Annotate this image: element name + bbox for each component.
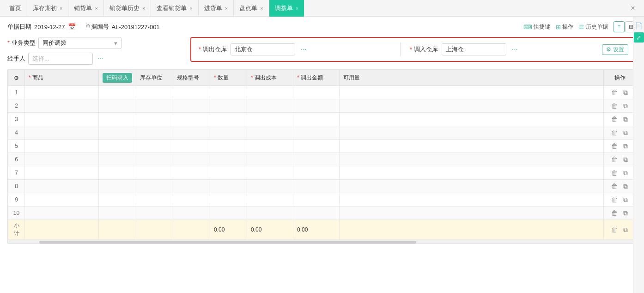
tab-home[interactable]: 首页 (4, 0, 27, 17)
amount-cell[interactable] (293, 193, 340, 207)
cost-cell[interactable] (247, 113, 293, 126)
cost-cell[interactable] (247, 180, 293, 193)
cost-cell[interactable] (247, 140, 293, 153)
qty-cell[interactable] (210, 86, 247, 99)
spec-cell (173, 140, 210, 153)
qty-cell[interactable] (210, 193, 247, 207)
tab-inventory-check-close[interactable]: × (260, 6, 263, 11)
tab-purchase-order[interactable]: 进货单 × (199, 0, 234, 17)
shortcut-link[interactable]: ⌨ 快捷键 (523, 23, 550, 31)
copy-icon[interactable]: ⧉ (621, 168, 630, 177)
operation-link[interactable]: ⊞ 操作 (556, 23, 573, 31)
amount-cell[interactable] (293, 126, 340, 140)
delete-icon[interactable]: 🗑 (610, 101, 619, 110)
tab-inventory-init-close[interactable]: × (60, 6, 62, 11)
in-warehouse-input[interactable]: 上海仓 (442, 43, 506, 55)
product-cell[interactable] (25, 99, 99, 113)
delete-icon[interactable]: 🗑 (610, 195, 619, 204)
handler-input[interactable]: 选择... (28, 53, 93, 65)
tab-view-sales[interactable]: 查看销货单 × (151, 0, 198, 17)
business-type-select[interactable]: 同价调拨 ▾ (38, 37, 122, 49)
amount-cell[interactable] (293, 140, 340, 153)
cost-cell[interactable] (247, 126, 293, 140)
qty-cell[interactable] (210, 99, 247, 113)
scan-button[interactable]: 扫码录入 (103, 73, 132, 83)
cost-cell[interactable] (247, 86, 293, 99)
delete-icon[interactable]: 🗑 (610, 182, 619, 191)
delete-icon[interactable]: 🗑 (610, 128, 619, 137)
copy-icon[interactable]: ⧉ (621, 88, 630, 97)
cost-cell[interactable] (247, 207, 293, 220)
tab-sales-history[interactable]: 销货单历史 × (104, 0, 151, 17)
tab-inventory-init[interactable]: 库存期初 × (27, 0, 68, 17)
product-cell[interactable] (25, 166, 99, 180)
doc-date-value[interactable]: 2019-12-27 (34, 24, 65, 31)
cost-cell[interactable] (247, 193, 293, 207)
product-cell[interactable] (25, 207, 99, 220)
qty-cell[interactable] (210, 140, 247, 153)
delete-icon[interactable]: 🗑 (610, 225, 619, 234)
amount-cell[interactable] (293, 113, 340, 126)
copy-icon[interactable]: ⧉ (621, 208, 630, 218)
scrollbar-thumb[interactable] (39, 241, 416, 244)
horizontal-scrollbar[interactable] (8, 240, 636, 244)
qty-cell[interactable] (210, 180, 247, 193)
qty-cell[interactable] (210, 153, 247, 166)
sidebar-doc-icon[interactable]: 📄 (634, 20, 644, 31)
delete-icon[interactable]: 🗑 (610, 88, 619, 97)
qty-cell[interactable] (210, 113, 247, 126)
setting-button[interactable]: ⚙ 设置 (602, 44, 628, 55)
delete-icon[interactable]: 🗑 (610, 155, 619, 164)
qty-cell[interactable] (210, 207, 247, 220)
tab-view-sales-close[interactable]: × (189, 6, 192, 11)
delete-icon[interactable]: 🗑 (610, 168, 619, 177)
in-warehouse-more-icon[interactable]: ··· (512, 45, 518, 54)
tab-sales-order-close[interactable]: × (95, 6, 97, 11)
product-cell[interactable] (25, 153, 99, 166)
cost-cell[interactable] (247, 153, 293, 166)
qty-cell[interactable] (210, 126, 247, 140)
product-cell[interactable] (25, 113, 99, 126)
product-cell[interactable] (25, 193, 99, 207)
tab-sales-history-close[interactable]: × (142, 6, 145, 11)
product-cell[interactable] (25, 86, 99, 99)
calendar-icon[interactable]: 📅 (68, 23, 76, 31)
tab-inventory-check[interactable]: 盘点单 × (234, 0, 269, 17)
amount-cell[interactable] (293, 86, 340, 99)
out-warehouse-more-icon[interactable]: ··· (301, 45, 307, 54)
copy-icon[interactable]: ⧉ (621, 225, 630, 234)
tab-purchase-order-close[interactable]: × (225, 6, 228, 11)
delete-icon[interactable]: 🗑 (610, 115, 619, 124)
amount-cell[interactable] (293, 99, 340, 113)
product-cell[interactable] (25, 180, 99, 193)
tab-transfer-order-close[interactable]: × (296, 6, 298, 11)
out-warehouse-input[interactable]: 北京仓 (231, 43, 295, 55)
copy-icon[interactable]: ⧉ (621, 115, 630, 124)
qty-cell[interactable] (210, 166, 247, 180)
copy-icon[interactable]: ⧉ (621, 155, 630, 164)
copy-icon[interactable]: ⧉ (621, 101, 630, 110)
amount-cell[interactable] (293, 180, 340, 193)
copy-icon[interactable]: ⧉ (621, 182, 630, 191)
tab-sales-order[interactable]: 销货单 × (68, 0, 103, 17)
window-close-button[interactable]: × (626, 1, 640, 16)
copy-icon[interactable]: ⧉ (621, 141, 630, 151)
product-cell[interactable] (25, 220, 99, 240)
product-cell[interactable] (25, 126, 99, 140)
handler-more-icon[interactable]: ··· (97, 55, 103, 63)
cost-cell[interactable] (247, 99, 293, 113)
gear-icon-header[interactable]: ⚙ (14, 75, 19, 81)
copy-icon[interactable]: ⧉ (621, 128, 630, 137)
sidebar-expand-icon[interactable]: ⤢ (634, 32, 644, 43)
copy-icon[interactable]: ⧉ (621, 195, 630, 204)
layout-list-btn[interactable]: ≡ (614, 21, 625, 32)
amount-cell[interactable] (293, 153, 340, 166)
tab-transfer-order[interactable]: 调拨单 × (269, 0, 304, 17)
amount-cell[interactable] (293, 207, 340, 220)
amount-cell[interactable] (293, 166, 340, 180)
history-link[interactable]: ☰ 历史单据 (579, 23, 608, 31)
delete-icon[interactable]: 🗑 (610, 208, 619, 218)
cost-cell[interactable] (247, 166, 293, 180)
product-cell[interactable] (25, 140, 99, 153)
delete-icon[interactable]: 🗑 (610, 141, 619, 151)
